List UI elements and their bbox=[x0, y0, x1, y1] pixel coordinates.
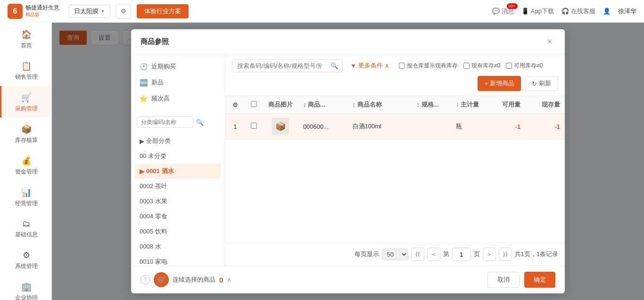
confirm-button[interactable]: 确定 bbox=[524, 272, 555, 288]
category-0010[interactable]: 0010 家电 bbox=[135, 254, 221, 266]
settings-gear-button[interactable]: ⚙ bbox=[116, 4, 131, 19]
cancel-button[interactable]: 取消 bbox=[487, 272, 520, 288]
col-spec-header[interactable]: ↕ 规格... bbox=[412, 96, 452, 114]
product-img-placeholder: 📦 bbox=[272, 118, 289, 135]
refresh-icon: ↻ bbox=[532, 80, 537, 87]
avatar-icon: 👤 bbox=[603, 8, 611, 15]
refresh-label: 刷新 bbox=[539, 79, 551, 88]
modal-close-button[interactable]: × bbox=[544, 36, 555, 47]
trial-button[interactable]: 体验行业方案 bbox=[137, 4, 189, 18]
category-search-area: 🔍 bbox=[131, 114, 225, 131]
avail-nonzero-checkbox[interactable] bbox=[506, 63, 512, 69]
sidebar-item-home[interactable]: 🏠 首页 bbox=[0, 23, 51, 54]
modal-body: 🕐 近期购买 🆕 新品 ⭐ 频次高 bbox=[131, 54, 565, 266]
category-0005[interactable]: 0005 饮料 bbox=[135, 224, 221, 239]
add-product-button[interactable]: + 新增商品 bbox=[478, 76, 521, 91]
page-size-select[interactable]: 10 20 50 100 bbox=[382, 249, 408, 260]
col-code-header[interactable]: ↕ 商品... bbox=[298, 96, 348, 114]
system-icon: ⚙ bbox=[23, 250, 30, 260]
cell-name: 白酒100ml bbox=[348, 114, 412, 140]
pagination-bar: 每页显示 10 20 50 100 ⟨⟨ ＜ 第 页 bbox=[225, 242, 565, 266]
nav-right: 💬 消息 99+ 📱 App下载 🎧 在线客服 👤 徐泽华 bbox=[492, 7, 636, 16]
col-name-header[interactable]: ↕ 商品名称 bbox=[348, 96, 412, 114]
first-page-button[interactable]: ⟨⟨ bbox=[411, 248, 424, 261]
page-suffix: 页 bbox=[474, 250, 480, 258]
category-0003[interactable]: 0003 水果 bbox=[135, 194, 221, 209]
total-info: 共1页，1条记录 bbox=[515, 250, 558, 258]
more-filter-button[interactable]: ▼ 更多条件 ∧ bbox=[347, 59, 393, 72]
category-00[interactable]: 00 未分类 bbox=[135, 149, 221, 164]
cart-icon-button[interactable]: 🛒 bbox=[154, 272, 169, 287]
stock-nonzero-checkbox[interactable] bbox=[463, 63, 470, 69]
phone-icon: 📱 bbox=[521, 8, 529, 15]
product-search-button[interactable]: 🔍 bbox=[327, 60, 342, 72]
select-all-checkbox[interactable] bbox=[251, 101, 257, 107]
nav-recent[interactable]: 🕐 近期购买 bbox=[135, 59, 221, 74]
product-search-input[interactable] bbox=[232, 60, 327, 72]
nav-new[interactable]: 🆕 新品 bbox=[135, 75, 221, 90]
cell-code: 000600... bbox=[298, 114, 348, 140]
category-0002[interactable]: 0002 茶叶 bbox=[135, 179, 221, 194]
category-0005-label: 0005 饮料 bbox=[140, 227, 167, 236]
inventory-icon: 📦 bbox=[21, 124, 32, 134]
sidebar-item-enterprise[interactable]: 🏢 企业协同 bbox=[0, 275, 51, 300]
right-toolbar: 🔍 ▼ 更多条件 ∧ 按仓库显示现有库存 bbox=[225, 54, 565, 96]
sidebar-item-purchase[interactable]: 🛒 采购管理 bbox=[0, 86, 51, 117]
app-download-nav-item[interactable]: 📱 App下载 bbox=[521, 7, 554, 16]
help-icon[interactable]: ? bbox=[140, 275, 150, 284]
col-avail-header[interactable]: 可用量 bbox=[486, 96, 526, 114]
purchase-icon: 🛒 bbox=[21, 92, 32, 103]
avail-nonzero-checkbox-group: 可用库存≠0 bbox=[506, 62, 543, 70]
more-filter-label: 更多条件 bbox=[358, 61, 383, 70]
message-nav-item[interactable]: 💬 消息 99+ bbox=[492, 7, 514, 16]
sidebar-item-business[interactable]: 📊 经营管理 bbox=[0, 181, 51, 212]
selection-collapse-button[interactable]: ∧ bbox=[227, 276, 231, 283]
sidebar-item-sales[interactable]: 📋 销售管理 bbox=[0, 54, 51, 86]
star-icon: ⭐ bbox=[140, 95, 148, 102]
sidebar-item-finance[interactable]: 💰 资金管理 bbox=[0, 149, 51, 181]
cell-check[interactable] bbox=[245, 114, 263, 140]
category-0001[interactable]: ▶ 0001 酒水 bbox=[135, 164, 221, 179]
prev-page-button[interactable]: ＜ bbox=[427, 248, 440, 261]
category-0008[interactable]: 0008 水 bbox=[135, 239, 221, 254]
table-settings-icon[interactable]: ⚙ bbox=[232, 101, 238, 108]
user-avatar[interactable]: 👤 bbox=[603, 8, 611, 15]
refresh-button[interactable]: ↻ 刷新 bbox=[525, 76, 558, 91]
sidebar-label-inventory: 库存核算 bbox=[15, 136, 38, 144]
selection-label: 连续选择的商品 bbox=[173, 275, 215, 284]
category-0004[interactable]: 0004 零食 bbox=[135, 209, 221, 224]
stock-nonzero-checkbox-group: 现有库存≠0 bbox=[463, 62, 500, 70]
nav-frequent[interactable]: ⭐ 频次高 bbox=[135, 91, 221, 106]
last-page-button[interactable]: ⟩⟩ bbox=[499, 248, 512, 261]
base-icon: 🗂 bbox=[22, 219, 31, 229]
table-header-row: ⚙ 商品图片 bbox=[225, 96, 565, 114]
customer-service-nav-item[interactable]: 🎧 在线客服 bbox=[561, 7, 595, 16]
filter-icon: ▼ bbox=[350, 62, 356, 69]
category-0003-label: 0003 水果 bbox=[140, 197, 167, 206]
next-page-button[interactable]: ＞ bbox=[483, 248, 496, 261]
category-all[interactable]: ▶ 全部分类 bbox=[135, 133, 221, 149]
cell-stock: -1 bbox=[525, 114, 565, 140]
right-panel: 🔍 ▼ 更多条件 ∧ 按仓库显示现有库存 bbox=[225, 54, 565, 266]
page-number-input[interactable] bbox=[452, 248, 471, 261]
all-arrow-icon: ▶ bbox=[140, 138, 144, 145]
product-table-area: ⚙ 商品图片 bbox=[225, 96, 565, 242]
category-search-icon[interactable]: 🔍 bbox=[196, 119, 204, 126]
table-row[interactable]: 1 📦 bbox=[225, 114, 565, 140]
sidebar-item-inventory[interactable]: 📦 库存核算 bbox=[0, 117, 51, 149]
store-selector[interactable]: 日太阳膜 ▼ bbox=[69, 5, 110, 18]
col-unit-header[interactable]: ↕ 主计量 bbox=[451, 96, 486, 114]
row-checkbox[interactable] bbox=[251, 123, 257, 129]
modal-overlay[interactable]: 商品参照 × 🕐 近期购买 🆕 bbox=[52, 23, 644, 300]
logo-icon: 6 bbox=[8, 4, 23, 19]
category-search-input[interactable] bbox=[137, 117, 193, 128]
footer-right: 取消 确定 bbox=[487, 272, 555, 288]
home-icon: 🏠 bbox=[21, 29, 32, 40]
logo-sub: 精品版 bbox=[25, 11, 59, 18]
col-stock-header[interactable]: 现存量 bbox=[525, 96, 565, 114]
sidebar-item-base[interactable]: 🗂 基础信息 bbox=[0, 212, 51, 243]
warehouse-stock-checkbox[interactable] bbox=[399, 63, 405, 69]
sidebar: 🏠 首页 📋 销售管理 🛒 采购管理 📦 库存核算 💰 资金管理 📊 经营管理 … bbox=[0, 23, 52, 300]
nav-new-label: 新品 bbox=[151, 78, 164, 87]
sidebar-item-system[interactable]: ⚙ 系统管理 bbox=[0, 243, 51, 275]
